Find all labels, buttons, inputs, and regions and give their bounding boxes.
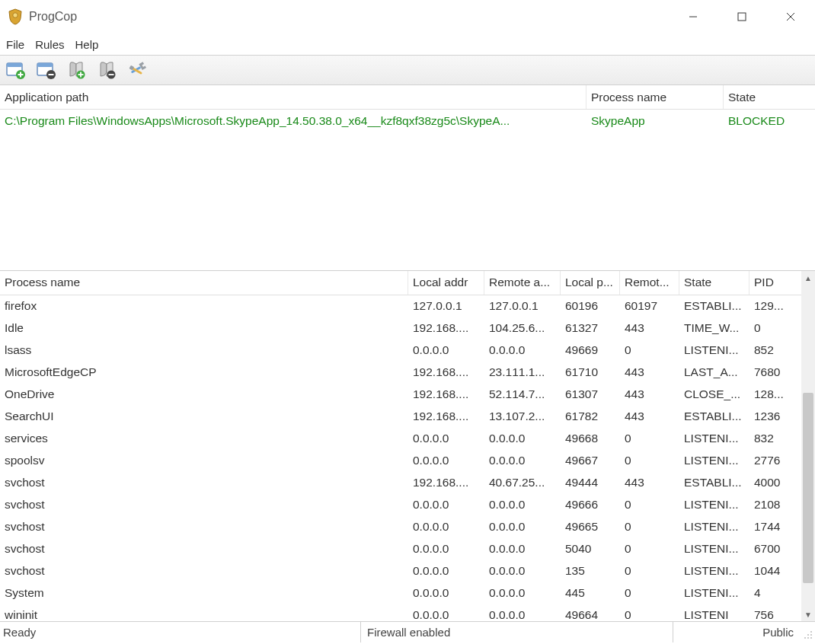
vertical-scrollbar[interactable]: ▲ ▼ <box>801 271 815 621</box>
cell-local-addr: 0.0.0.0 <box>408 498 484 512</box>
cell-remote-addr: 0.0.0.0 <box>484 432 561 445</box>
cell-remote-port: 0 <box>620 498 679 512</box>
cell-pid: 4 <box>749 586 794 600</box>
menu-help[interactable]: Help <box>75 38 99 51</box>
cell-process: MicrosoftEdgeCP <box>0 365 408 379</box>
connection-row[interactable]: services0.0.0.00.0.0.0496680LISTENI...83… <box>0 428 801 450</box>
cell-pid: 6700 <box>749 542 794 556</box>
cell-pid: 128... <box>749 387 794 401</box>
status-ready: Ready <box>0 622 361 642</box>
allow-button[interactable] <box>64 57 90 83</box>
svg-rect-11 <box>37 63 53 67</box>
connection-row[interactable]: svchost192.168....40.67.25...49444443EST… <box>0 472 801 494</box>
connection-row[interactable]: System0.0.0.00.0.0.04450LISTENI...4 <box>0 582 801 604</box>
cell-remote-port: 0 <box>620 542 679 556</box>
minimize-button[interactable] <box>669 0 718 33</box>
cell-remote-port: 0 <box>620 454 679 467</box>
remove-rule-button[interactable] <box>34 57 59 83</box>
connection-row[interactable]: spoolsv0.0.0.00.0.0.0496670LISTENI...277… <box>0 450 801 472</box>
col-state[interactable]: State <box>724 85 815 109</box>
connection-row[interactable]: SearchUI192.168....13.107.2...61782443ES… <box>0 406 801 428</box>
blocked-apps-pane: Application path Process name State C:\P… <box>0 85 815 271</box>
cell-state: LISTENI... <box>679 343 749 357</box>
col-local-port[interactable]: Local p... <box>561 271 620 295</box>
cell-pid: 2776 <box>749 454 794 467</box>
connection-row[interactable]: lsass0.0.0.00.0.0.0496690LISTENI...852 <box>0 340 801 362</box>
maximize-button[interactable] <box>718 0 766 33</box>
add-rule-button[interactable] <box>3 57 29 83</box>
title-bar: ProgCop <box>0 0 815 33</box>
col-remote-port[interactable]: Remot... <box>620 271 679 295</box>
cell-process: wininit <box>0 608 408 621</box>
cell-process: spoolsv <box>0 454 408 467</box>
cell-local-port: 135 <box>561 564 620 578</box>
cell-process: SkypeApp <box>586 114 724 128</box>
connection-row[interactable]: svchost0.0.0.00.0.0.0496660LISTENI...210… <box>0 494 801 516</box>
cell-local-addr: 192.168.... <box>408 387 484 401</box>
connection-row[interactable]: wininit0.0.0.00.0.0.0496640LISTENI756 <box>0 604 801 621</box>
connection-row[interactable]: OneDrive192.168....52.114.7...61307443CL… <box>0 384 801 406</box>
cell-pid: 756 <box>749 608 794 621</box>
cell-local-port: 445 <box>561 586 620 600</box>
menu-file[interactable]: File <box>6 38 24 51</box>
cell-local-addr: 192.168.... <box>408 476 484 489</box>
connections-pane: Process name Local addr Remote a... Loca… <box>0 271 815 621</box>
cell-state: LAST_A... <box>679 365 749 379</box>
cell-local-port: 60196 <box>561 299 620 313</box>
cell-state: ESTABLI... <box>679 299 749 313</box>
col-application-path[interactable]: Application path <box>0 85 586 109</box>
block-button[interactable] <box>94 57 120 83</box>
cell-state: LISTENI... <box>679 454 749 467</box>
cell-local-addr: 192.168.... <box>408 365 484 379</box>
col-process-name-lower[interactable]: Process name <box>0 271 408 295</box>
scroll-down-icon[interactable]: ▼ <box>801 607 815 621</box>
cell-remote-port: 0 <box>620 343 679 357</box>
cell-remote-addr: 13.107.2... <box>484 410 561 423</box>
connection-row[interactable]: firefox127.0.0.1127.0.0.16019660197ESTAB… <box>0 295 801 317</box>
cell-local-port: 61327 <box>561 321 620 335</box>
connection-row[interactable]: svchost0.0.0.00.0.0.01350LISTENI...1044 <box>0 560 801 582</box>
cell-remote-addr: 0.0.0.0 <box>484 454 561 467</box>
col-conn-state[interactable]: State <box>679 271 749 295</box>
connection-row[interactable]: svchost0.0.0.00.0.0.050400LISTENI...6700 <box>0 538 801 560</box>
close-button[interactable] <box>766 0 815 33</box>
svg-rect-2 <box>738 13 746 21</box>
cell-local-addr: 0.0.0.0 <box>408 586 484 600</box>
cell-pid: 0 <box>749 321 794 335</box>
col-pid[interactable]: PID <box>749 271 794 295</box>
menu-bar: File Rules Help <box>0 33 815 55</box>
cell-pid: 7680 <box>749 365 794 379</box>
blocked-app-row[interactable]: C:\Program Files\WindowsApps\Microsoft.S… <box>0 110 815 132</box>
status-network: Public <box>673 622 815 642</box>
cell-pid: 1236 <box>749 410 794 423</box>
cell-pid: 4000 <box>749 476 794 489</box>
cell-local-addr: 0.0.0.0 <box>408 454 484 467</box>
col-local-addr[interactable]: Local addr <box>408 271 484 295</box>
cell-state: LISTENI... <box>679 542 749 556</box>
col-remote-addr[interactable]: Remote a... <box>484 271 561 295</box>
cell-pid: 832 <box>749 432 794 445</box>
connection-row[interactable]: svchost0.0.0.00.0.0.0496650LISTENI...174… <box>0 516 801 538</box>
connection-row[interactable]: MicrosoftEdgeCP192.168....23.111.1...617… <box>0 362 801 384</box>
cell-remote-port: 0 <box>620 432 679 445</box>
connection-row[interactable]: Idle192.168....104.25.6...61327443TIME_W… <box>0 317 801 340</box>
svg-point-26 <box>807 637 809 639</box>
resize-grip-icon[interactable] <box>803 630 813 642</box>
scroll-up-icon[interactable]: ▲ <box>801 271 815 285</box>
cell-remote-port: 443 <box>620 365 679 379</box>
col-process-name[interactable]: Process name <box>586 85 724 109</box>
cell-local-port: 49664 <box>561 608 620 621</box>
svg-point-22 <box>810 631 812 633</box>
settings-button[interactable] <box>125 57 151 83</box>
menu-rules[interactable]: Rules <box>35 38 64 51</box>
cell-local-port: 61307 <box>561 387 620 401</box>
cell-process: Idle <box>0 321 408 335</box>
cell-local-addr: 127.0.0.1 <box>408 299 484 313</box>
cell-state: TIME_W... <box>679 321 749 335</box>
cell-process: svchost <box>0 564 408 578</box>
cell-local-port: 5040 <box>561 542 620 556</box>
svg-point-23 <box>807 634 809 636</box>
svg-rect-6 <box>7 63 22 67</box>
scroll-thumb[interactable] <box>803 393 813 583</box>
cell-local-addr: 0.0.0.0 <box>408 432 484 445</box>
